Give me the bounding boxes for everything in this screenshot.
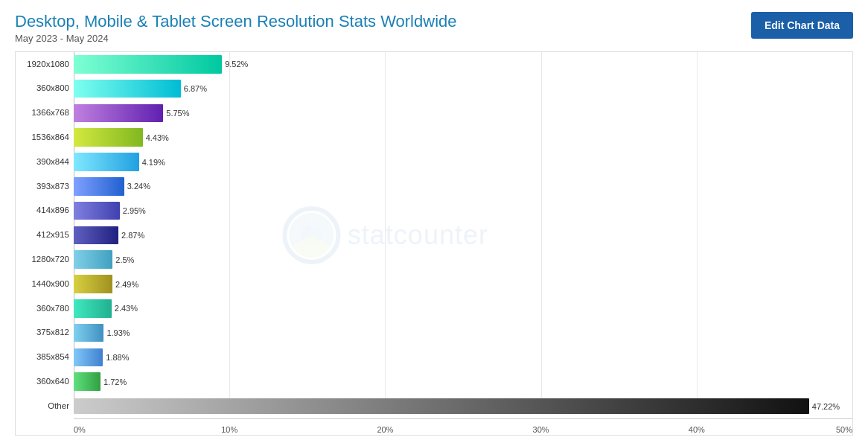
bar-wrapper: 4.43% bbox=[74, 125, 852, 150]
bar bbox=[74, 202, 120, 220]
y-axis-label: 375x812 bbox=[16, 321, 74, 345]
chart-area: 1920x1080360x8001366x7681536x864390x8443… bbox=[15, 51, 853, 436]
bar-value-label: 3.24% bbox=[127, 182, 150, 191]
x-axis: 0%10%20%30%40%50% bbox=[74, 418, 852, 435]
chart-inner: 1920x1080360x8001366x7681536x864390x8443… bbox=[16, 52, 852, 418]
bar-row: 6.87% bbox=[74, 77, 852, 101]
bar-row: 2.43% bbox=[74, 296, 852, 321]
bar bbox=[74, 104, 163, 123]
bar-value-label: 2.5% bbox=[115, 255, 134, 264]
bar-wrapper: 2.49% bbox=[74, 272, 852, 296]
x-axis-label: 30% bbox=[533, 422, 549, 434]
x-axis-label: 40% bbox=[689, 422, 705, 434]
y-axis-label: 414x896 bbox=[16, 199, 74, 223]
chart-title: Desktop, Mobile & Tablet Screen Resoluti… bbox=[15, 12, 456, 31]
bar-row: 2.5% bbox=[74, 247, 852, 272]
bar-wrapper: 1.88% bbox=[74, 345, 852, 370]
bar bbox=[74, 398, 809, 414]
bar-row: 47.22% bbox=[74, 394, 852, 418]
y-axis-label: 1536x864 bbox=[16, 125, 74, 150]
bar-value-label: 4.43% bbox=[146, 133, 169, 142]
bar-wrapper: 47.22% bbox=[74, 394, 852, 418]
bar-wrapper: 1.72% bbox=[74, 369, 852, 394]
chart-subtitle: May 2023 - May 2024 bbox=[15, 33, 456, 44]
title-block: Desktop, Mobile & Tablet Screen Resoluti… bbox=[15, 12, 456, 44]
bar-wrapper: 1.93% bbox=[74, 321, 852, 345]
bar-wrapper: 2.95% bbox=[74, 199, 852, 223]
edit-chart-data-button[interactable]: Edit Chart Data bbox=[751, 12, 853, 39]
bar bbox=[74, 348, 103, 367]
bar bbox=[74, 324, 103, 342]
bar bbox=[74, 128, 143, 147]
bar-wrapper: 3.24% bbox=[74, 174, 852, 199]
bar-wrapper: 6.87% bbox=[74, 77, 852, 101]
chart-header: Desktop, Mobile & Tablet Screen Resoluti… bbox=[15, 12, 853, 44]
bar-value-label: 2.87% bbox=[121, 231, 144, 240]
bar-row: 9.52% bbox=[74, 52, 852, 77]
bar bbox=[74, 372, 100, 391]
bar-value-label: 1.72% bbox=[103, 377, 127, 386]
y-axis-label: 1280x720 bbox=[16, 247, 74, 272]
bar-value-label: 47.22% bbox=[812, 402, 840, 411]
x-axis-label: 20% bbox=[377, 422, 393, 434]
bar-wrapper: 2.87% bbox=[74, 223, 852, 248]
bar-wrapper: 2.5% bbox=[74, 247, 852, 272]
bar-wrapper: 9.52% bbox=[74, 52, 852, 77]
y-axis-label: 385x854 bbox=[16, 345, 74, 370]
y-axis-label: 1366x768 bbox=[16, 101, 74, 126]
bar-value-label: 1.88% bbox=[106, 353, 129, 362]
y-axis-label: 360x640 bbox=[16, 369, 74, 394]
y-axis-label: 360x800 bbox=[16, 77, 74, 101]
bar bbox=[74, 153, 139, 171]
bar-row: 1.72% bbox=[74, 369, 852, 394]
bar-value-label: 5.75% bbox=[166, 109, 189, 118]
y-axis-label: 1920x1080 bbox=[16, 52, 74, 77]
bar-value-label: 1.93% bbox=[106, 328, 130, 337]
bar-value-label: 4.19% bbox=[142, 158, 165, 167]
bar bbox=[74, 226, 118, 245]
page-container: Desktop, Mobile & Tablet Screen Resoluti… bbox=[0, 0, 868, 443]
y-axis-label: 1440x900 bbox=[16, 272, 74, 296]
y-axis-label: 412x915 bbox=[16, 223, 74, 248]
bar bbox=[74, 80, 181, 98]
bar bbox=[74, 250, 112, 269]
bar-row: 1.88% bbox=[74, 345, 852, 370]
bar-wrapper: 5.75% bbox=[74, 101, 852, 126]
y-axis-label: 390x844 bbox=[16, 150, 74, 174]
bar-row: 2.87% bbox=[74, 223, 852, 248]
y-axis-label: 393x873 bbox=[16, 174, 74, 199]
bar-row: 1.93% bbox=[74, 321, 852, 345]
bar-value-label: 2.43% bbox=[115, 304, 138, 313]
y-axis-label: 360x780 bbox=[16, 296, 74, 321]
x-axis-label: 0% bbox=[74, 422, 86, 434]
bar-row: 5.75% bbox=[74, 101, 852, 126]
bar bbox=[74, 299, 112, 318]
x-axis-label: 50% bbox=[836, 422, 852, 434]
bar-value-label: 2.95% bbox=[123, 206, 146, 215]
bar bbox=[74, 55, 222, 74]
bars-container: 9.52%6.87%5.75%4.43%4.19%3.24%2.95%2.87%… bbox=[74, 52, 852, 418]
bar bbox=[74, 177, 124, 196]
bar-row: 4.19% bbox=[74, 150, 852, 174]
bar-value-label: 9.52% bbox=[225, 60, 248, 68]
y-axis-label: Other bbox=[16, 394, 74, 418]
bar-row: 2.95% bbox=[74, 199, 852, 223]
bar-row: 4.43% bbox=[74, 125, 852, 150]
x-axis-label: 10% bbox=[221, 422, 237, 434]
bar-value-label: 2.49% bbox=[115, 280, 138, 289]
bar-wrapper: 4.19% bbox=[74, 150, 852, 174]
bar-row: 2.49% bbox=[74, 272, 852, 296]
bar bbox=[74, 275, 112, 293]
bars-and-grid: 9.52%6.87%5.75%4.43%4.19%3.24%2.95%2.87%… bbox=[74, 52, 852, 418]
bar-value-label: 6.87% bbox=[184, 84, 207, 93]
y-axis: 1920x1080360x8001366x7681536x864390x8443… bbox=[16, 52, 74, 418]
bar-wrapper: 2.43% bbox=[74, 296, 852, 321]
bar-row: 3.24% bbox=[74, 174, 852, 199]
